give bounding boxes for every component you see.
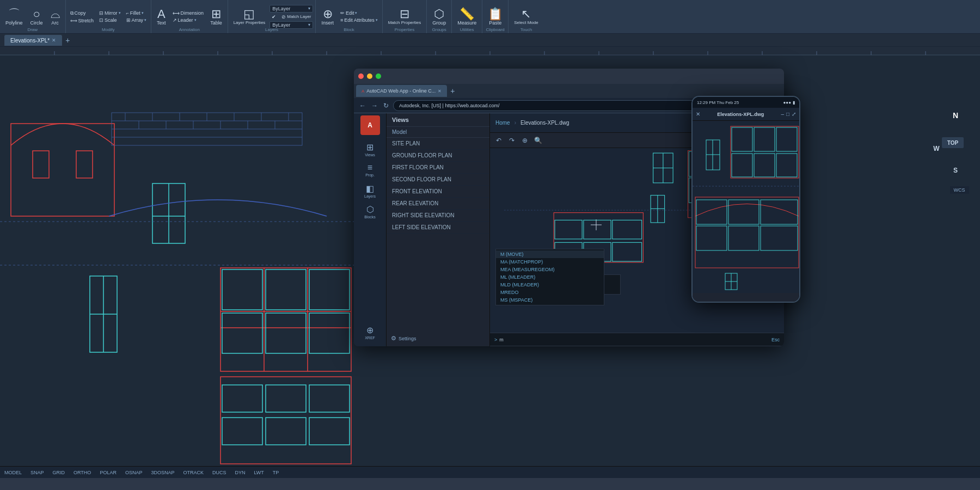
arc-button[interactable]: ⌓ Arc <box>47 6 63 28</box>
browser-close-button[interactable] <box>358 74 364 79</box>
view-first-floor[interactable]: FIRST FLOOR PLAN <box>387 162 489 174</box>
autocad-logo[interactable]: A <box>360 115 380 135</box>
dimension-button[interactable]: ⟷ Dimension <box>170 10 206 16</box>
tab-elevations-xpl[interactable]: Elevations-XPL* ✕ <box>4 35 62 46</box>
layer-dropdown[interactable]: ByLayer ▾ <box>270 5 313 13</box>
copy-button[interactable]: ⧉ Copy <box>68 10 96 17</box>
stretch-button[interactable]: ⟺ Stretch <box>68 17 96 24</box>
status-ducs[interactable]: DUCS <box>212 470 226 475</box>
circle-button[interactable]: ○ Circle <box>27 6 46 28</box>
svg-rect-60 <box>309 385 350 412</box>
settings-button[interactable]: ⚙ Settings <box>387 330 489 346</box>
make-current-button[interactable]: ✔ <box>270 14 278 20</box>
mobile-minus-icon[interactable]: – <box>781 111 784 117</box>
views-panel: Views Model SITE PLAN GROUND FLOOR PLAN … <box>387 113 490 346</box>
scale-button[interactable]: ⊡ Scale <box>97 17 123 23</box>
browser-new-tab-button[interactable]: + <box>448 87 457 95</box>
svg-text:S: S <box>953 167 958 174</box>
command-prompt: > <box>494 337 497 342</box>
settings-label: Settings <box>399 336 416 341</box>
select-mode-button[interactable]: ↖ Select Mode <box>511 6 541 27</box>
layer-properties-icon: ◱ <box>243 8 255 20</box>
tab-close-icon[interactable]: ✕ <box>52 38 56 43</box>
browser-tab-close-icon[interactable]: ✕ <box>438 89 442 94</box>
edit-icon: ✏ <box>340 10 345 16</box>
cmd-suggestion-ms[interactable]: MS (MSPACE) <box>496 296 604 304</box>
browser-maximize-button[interactable] <box>376 74 381 79</box>
cmd-suggestion-mredo[interactable]: MREDO <box>496 289 604 296</box>
status-tp[interactable]: TP <box>273 470 279 475</box>
undo-mini-button[interactable]: ↶ <box>493 135 504 146</box>
mobile-maximize-icon[interactable]: ⤢ <box>792 111 796 117</box>
status-3dosnap[interactable]: 3DOSNAP <box>151 470 174 475</box>
mirror-button[interactable]: ⊟ Mirror ▾ <box>97 10 123 16</box>
status-otrack[interactable]: OTRACK <box>183 470 204 475</box>
forward-button[interactable]: → <box>370 101 379 111</box>
search-mini-button[interactable]: ⊕ <box>519 135 530 146</box>
tab-add-button[interactable]: + <box>63 36 72 45</box>
reload-button[interactable]: ↻ <box>382 101 390 111</box>
svg-rect-49 <box>266 270 306 310</box>
mirror-icon: ⊟ <box>99 10 103 16</box>
svg-rect-51 <box>222 313 262 353</box>
command-suggestions: M (MOVE) MA (MATCHPROP) MEA (MEASUREGEOM… <box>495 249 604 305</box>
status-model[interactable]: MODEL <box>4 470 22 475</box>
status-ortho[interactable]: ORTHO <box>74 470 91 475</box>
browser-minimize-button[interactable] <box>367 74 372 79</box>
back-button[interactable]: ← <box>358 101 367 111</box>
status-polar[interactable]: POLAR <box>100 470 117 475</box>
fillet-button[interactable]: ⌐ Fillet ▾ <box>124 10 149 16</box>
zoom-mini-button[interactable]: 🔍 <box>532 135 543 146</box>
status-lwt[interactable]: LWT <box>254 470 264 475</box>
svg-text:WCS: WCS <box>954 187 965 193</box>
edit-button[interactable]: ✏ Edit ▾ <box>338 10 380 16</box>
breadcrumb-home[interactable]: Home <box>495 120 510 126</box>
clipboard-section: 📋 Paste Clipboard <box>482 0 509 33</box>
measure-button[interactable]: 📏 Measure <box>454 6 480 28</box>
edit-attributes-button[interactable]: ≡ Edit Attributes ▾ <box>338 17 380 23</box>
mobile-close-button[interactable]: ✕ <box>696 111 700 117</box>
polyline-button[interactable]: ⌒ Polyline <box>2 6 26 28</box>
match-properties-button[interactable]: ⊟ Match Properties <box>385 6 424 27</box>
breadcrumb-file: Elevations-XPL.dwg <box>520 120 569 126</box>
sidebar-xref-button[interactable]: ⊕ XREF <box>360 322 380 342</box>
mobile-square-icon[interactable]: □ <box>786 111 789 117</box>
status-snap[interactable]: SNAP <box>30 470 44 475</box>
array-button[interactable]: ⊞ Array ▾ <box>124 17 149 23</box>
view-second-floor[interactable]: SECOND FLOOR PLAN <box>387 174 489 186</box>
text-button[interactable]: A Text <box>154 6 169 28</box>
view-right-elevation[interactable]: RIGHT SIDE ELEVATION <box>387 210 489 222</box>
properties-section: ⊟ Match Properties Properties <box>383 0 427 33</box>
sidebar-properties-button[interactable]: ≡ Prop. <box>360 160 380 180</box>
command-text[interactable]: m <box>499 337 504 342</box>
cmd-suggestion-ma[interactable]: MA (MATCHPROP) <box>496 258 604 266</box>
cmd-suggestion-ml[interactable]: ML (MLEADER) <box>496 273 604 281</box>
paste-button[interactable]: 📋 Paste <box>485 6 506 28</box>
sidebar-blocks-button[interactable]: ⬡ Blocks <box>360 201 380 221</box>
cmd-suggestion-mea[interactable]: MEA (MEASUREGEOM) <box>496 266 604 273</box>
svg-rect-52 <box>266 313 306 353</box>
esc-button[interactable]: Esc <box>771 337 780 342</box>
view-rear-elevation[interactable]: REAR ELEVATION <box>387 198 489 210</box>
status-bar: MODEL SNAP GRID ORTHO POLAR OSNAP 3DOSNA… <box>0 466 980 478</box>
browser-tab-autocad[interactable]: A AutoCAD Web App - Online C... ✕ <box>356 85 447 97</box>
match-layer-button[interactable]: ⊘ Match Layer <box>279 14 313 20</box>
sidebar-layers-button[interactable]: ◧ Layers <box>360 181 380 200</box>
view-left-elevation[interactable]: LEFT SIDE ELEVATION <box>387 222 489 234</box>
sidebar-views-button[interactable]: ⊞ Views <box>360 139 380 159</box>
group-button[interactable]: ⬡ Group <box>429 6 449 28</box>
cmd-suggestion-mld[interactable]: MLD (MLEADER) <box>496 281 604 289</box>
cmd-suggestion-m[interactable]: M (MOVE) <box>496 250 604 258</box>
leader-button[interactable]: ↗ Leader ▾ <box>170 17 206 23</box>
view-site-plan[interactable]: SITE PLAN <box>387 138 489 150</box>
status-dyn[interactable]: DYN <box>235 470 245 475</box>
redo-mini-button[interactable]: ↷ <box>506 135 517 146</box>
insert-button[interactable]: ⊕ Insert <box>318 6 337 28</box>
layer-properties-button[interactable]: ◱ Layer Properties <box>230 6 269 27</box>
edit-attributes-icon: ≡ <box>340 17 343 23</box>
view-ground-floor[interactable]: GROUND FLOOR PLAN <box>387 150 489 162</box>
table-button[interactable]: ⊞ Table <box>207 6 225 28</box>
status-osnap[interactable]: OSNAP <box>125 470 143 475</box>
status-grid[interactable]: GRID <box>53 470 65 475</box>
view-front-elevation[interactable]: FRONT ELEVATION <box>387 186 489 198</box>
